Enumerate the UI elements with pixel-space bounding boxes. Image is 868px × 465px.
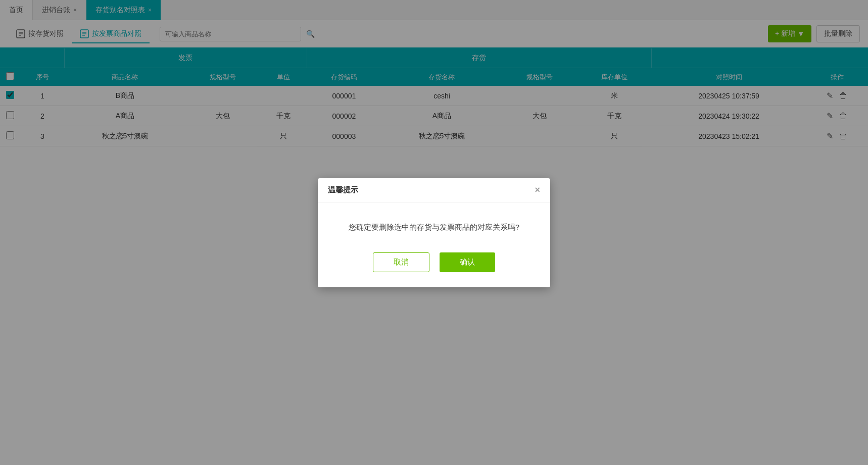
dialog-body: 您确定要删除选中的存货与发票商品的对应关系吗? <box>318 202 550 247</box>
modal-overlay: 温馨提示 × 您确定要删除选中的存货与发票商品的对应关系吗? 取消 确认 <box>0 0 868 465</box>
dialog-footer: 取消 确认 <box>318 247 550 287</box>
dialog-header: 温馨提示 × <box>318 178 550 202</box>
dialog-confirm-button[interactable]: 确认 <box>440 252 495 272</box>
dialog-title: 温馨提示 <box>328 185 358 195</box>
confirm-dialog: 温馨提示 × 您确定要删除选中的存货与发票商品的对应关系吗? 取消 确认 <box>318 178 550 287</box>
dialog-cancel-button[interactable]: 取消 <box>373 252 429 272</box>
dialog-message: 您确定要删除选中的存货与发票商品的对应关系吗? <box>349 223 519 231</box>
dialog-close-icon[interactable]: × <box>535 185 540 194</box>
